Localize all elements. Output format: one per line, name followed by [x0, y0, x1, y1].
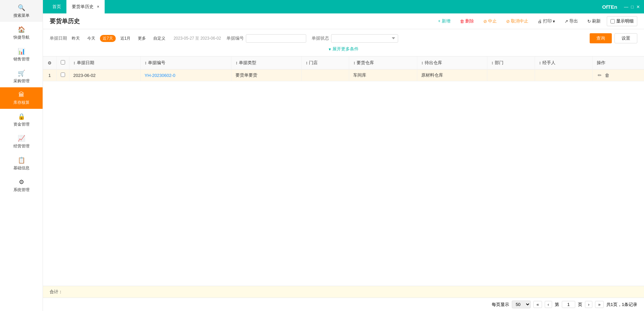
sidebar-item-operation[interactable]: 📈 经营管理: [0, 131, 43, 152]
action-edit-icon[interactable]: ✏: [598, 73, 602, 78]
show-detail-checkbox[interactable]: [610, 19, 615, 24]
expand-section: ▾ 展开更多条件: [50, 46, 637, 52]
sidebar-item-inventory[interactable]: 🏛 库存核算: [0, 87, 43, 109]
status-select[interactable]: [331, 34, 398, 43]
th-department[interactable]: ↕ 部门: [487, 56, 535, 70]
row-num: 1: [43, 70, 56, 81]
date-btn-more[interactable]: 更多: [135, 35, 149, 42]
cell-handler: [535, 70, 592, 81]
th-doc-date[interactable]: ↕ 单据日期: [69, 56, 141, 70]
pagination: 每页显示 50 100 « ‹ 第 页 › » 共1页，1条记录: [43, 298, 644, 311]
cancel-stop-icon: ⊘: [506, 19, 510, 24]
export-button[interactable]: ↗ 导出: [561, 16, 581, 26]
th-checkbox: [56, 56, 69, 70]
date-btn-yesterday[interactable]: 昨天: [69, 35, 83, 42]
action-delete-icon[interactable]: 🗑: [605, 73, 609, 78]
date-btn-custom[interactable]: 自定义: [151, 35, 168, 42]
first-page-btn[interactable]: «: [533, 301, 542, 308]
search-menu-icon: 🔍: [18, 4, 25, 11]
filter-area: 单据日期 昨天 今天 近7天 近1月 更多 自定义 2023-05-27 至 2…: [43, 29, 644, 56]
prev-page-btn[interactable]: ‹: [545, 301, 552, 308]
sidebar-item-sales[interactable]: 📊 销售管理: [0, 44, 43, 65]
tab-close-icon[interactable]: ×: [97, 4, 99, 9]
doc-no-input[interactable]: [246, 34, 306, 43]
sidebar-item-search[interactable]: 🔍 搜索菜单: [0, 0, 43, 22]
expand-icon: ▾: [329, 47, 331, 52]
sidebar-item-search-label: 搜索菜单: [13, 13, 30, 18]
page-title: 要货单历史: [50, 17, 80, 25]
select-all-checkbox[interactable]: [61, 60, 65, 64]
sidebar-item-system[interactable]: ⚙ 系统管理: [0, 174, 43, 196]
system-icon: ⚙: [19, 178, 24, 186]
page-number-input[interactable]: [562, 301, 575, 308]
query-button[interactable]: 查询: [590, 33, 612, 43]
cell-action: ✏ 🗑: [592, 70, 644, 81]
date-filter-label: 单据日期: [50, 35, 67, 41]
sidebar-item-finance[interactable]: 🔒 资金管理: [0, 109, 43, 131]
operation-icon: 📈: [18, 135, 25, 142]
table-header: ⚙ ↕ 单据日期 ↕ 单据编号 ↕ 单据类型: [43, 56, 644, 70]
date-btn-1month[interactable]: 近1月: [118, 35, 133, 42]
cell-doc-date: 2023-06-02: [69, 70, 141, 81]
per-page-select[interactable]: 50 100: [512, 301, 531, 308]
date-btn-7days[interactable]: 近7天: [100, 35, 116, 42]
filter-actions: 查询 设置: [590, 33, 637, 43]
sidebar-item-finance-label: 资金管理: [13, 122, 30, 127]
tab-requisition-label: 要货单历史: [72, 4, 94, 10]
toolbar-left: 要货单历史: [50, 17, 80, 25]
th-req-warehouse[interactable]: ↕ 要货仓库: [349, 56, 417, 70]
table-area: ⚙ ↕ 单据日期 ↕ 单据编号 ↕ 单据类型: [43, 56, 644, 286]
main-content: 首页 要货单历史 × OfTEn — □ ✕ 要货单历史 + 新增 🗑 删除 ⊘…: [43, 0, 644, 311]
cancel-stop-button[interactable]: ⊘ 取消中止: [503, 16, 532, 26]
show-detail-button[interactable]: 显示明细: [607, 16, 637, 26]
sidebar-item-inventory-label: 库存核算: [13, 100, 30, 105]
tab-requisition-history[interactable]: 要货单历史 ×: [66, 0, 105, 13]
print-icon: 🖨: [538, 19, 542, 24]
total-label: 合计：: [50, 289, 63, 295]
finance-icon: 🔒: [18, 113, 25, 120]
doc-no-link[interactable]: YH-20230602-0: [145, 73, 175, 78]
table-footer: 合计：: [43, 286, 644, 298]
doc-no-label: 单据编号: [226, 35, 244, 41]
print-button[interactable]: 🖨 打印 ▾: [534, 16, 558, 26]
th-store[interactable]: ↕ 门店: [302, 56, 349, 70]
th-pending-warehouse[interactable]: ↕ 待出仓库: [417, 56, 487, 70]
print-dropdown-icon: ▾: [553, 19, 555, 24]
stop-button[interactable]: ⊘ 中止: [480, 16, 500, 26]
per-page-label: 每页显示: [492, 302, 509, 308]
basic-info-icon: 📋: [18, 157, 25, 164]
minimize-btn[interactable]: —: [624, 4, 628, 9]
th-handler[interactable]: ↕ 经手人: [535, 56, 592, 70]
last-page-btn[interactable]: »: [595, 301, 603, 308]
sidebar-item-basic-info[interactable]: 📋 基础信息: [0, 152, 43, 174]
sidebar-item-quick-nav[interactable]: 🏠 快捷导航: [0, 22, 43, 44]
quick-nav-icon: 🏠: [18, 26, 25, 33]
settings-button[interactable]: 设置: [614, 33, 637, 43]
row-checkbox: [56, 70, 69, 81]
status-label: 单据状态: [312, 35, 329, 41]
th-doc-no[interactable]: ↕ 单据编号: [141, 56, 231, 70]
export-icon: ↗: [565, 19, 568, 24]
refresh-button[interactable]: ↻ 刷新: [584, 16, 604, 26]
sidebar-item-operation-label: 经营管理: [13, 143, 30, 149]
sidebar-item-quick-nav-label: 快捷导航: [13, 35, 30, 40]
next-page-btn[interactable]: ›: [585, 301, 592, 308]
sidebar: 🔍 搜索菜单 🏠 快捷导航 📊 销售管理 🛒 采购管理 🏛 库存核算 🔒 资金管…: [0, 0, 43, 311]
cell-req-warehouse: 车间库: [349, 70, 417, 81]
expand-more-btn[interactable]: ▾ 展开更多条件: [329, 46, 359, 52]
delete-button[interactable]: 🗑 删除: [457, 16, 477, 26]
th-settings[interactable]: ⚙: [43, 56, 56, 70]
tab-home[interactable]: 首页: [47, 0, 66, 13]
th-doc-type[interactable]: ↕ 单据类型: [231, 56, 302, 70]
sidebar-item-purchase[interactable]: 🛒 采购管理: [0, 65, 43, 87]
date-range-text: 2023-05-27 至 2023-06-02: [173, 36, 221, 41]
sidebar-item-purchase-label: 采购管理: [13, 78, 30, 84]
new-button[interactable]: + 新增: [435, 16, 454, 26]
row-select-checkbox[interactable]: [61, 73, 65, 77]
close-btn[interactable]: ✕: [636, 4, 640, 9]
sidebar-item-basic-info-label: 基础信息: [13, 165, 30, 171]
maximize-btn[interactable]: □: [631, 4, 634, 9]
date-btn-today[interactable]: 今天: [85, 35, 98, 42]
cell-doc-no: YH-20230602-0: [141, 70, 231, 81]
doc-no-filter: 单据编号: [226, 34, 306, 43]
